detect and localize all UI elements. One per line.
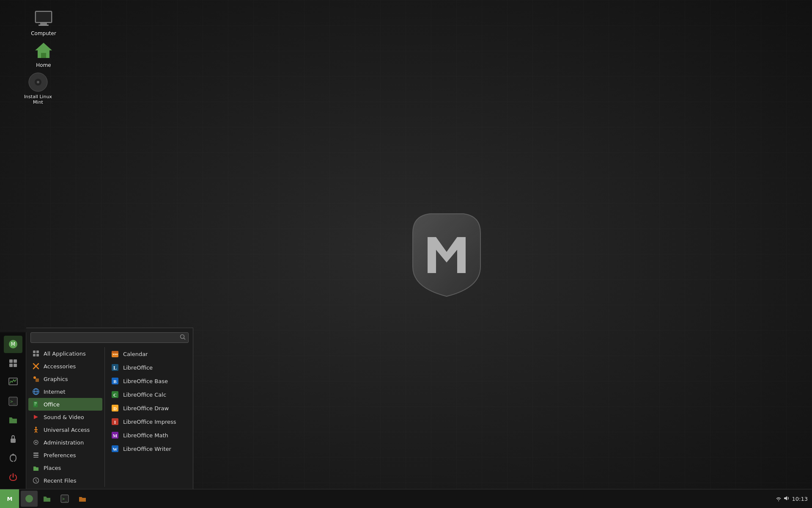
universal-access-icon: [32, 425, 40, 434]
sidebar-icon-power[interactable]: [4, 468, 22, 486]
category-graphics[interactable]: Graphics: [28, 373, 102, 385]
sidebar-icon-files[interactable]: [4, 411, 22, 429]
home-icon-label: Home: [36, 62, 51, 68]
app-libreoffice-calc-label: LibreOffice Calc: [123, 392, 166, 398]
app-libreoffice-writer[interactable]: W LibreOffice Writer: [107, 442, 187, 456]
category-administration[interactable]: Administration: [28, 436, 102, 449]
svg-text:>_: >_: [62, 497, 68, 502]
svg-rect-18: [11, 439, 16, 443]
svg-text:M: M: [113, 433, 118, 438]
taskbar-btn-terminal[interactable]: >_: [56, 491, 73, 507]
app-libreoffice[interactable]: L LibreOffice: [107, 361, 187, 374]
category-places[interactable]: Places: [28, 461, 102, 474]
libreoffice-draw-icon: D: [110, 403, 120, 413]
app-libreoffice-draw-label: LibreOffice Draw: [123, 405, 169, 411]
sidebar-icon-terminal[interactable]: >_: [4, 392, 22, 410]
search-input[interactable]: [33, 334, 180, 341]
libreoffice-impress-icon: I: [110, 417, 120, 426]
category-sound-video[interactable]: Sound & Video: [28, 411, 102, 423]
desktop: Computer Home Install Linux Mint: [0, 0, 812, 508]
svg-rect-5: [41, 53, 46, 58]
svg-point-70: [25, 495, 33, 502]
svg-line-40: [36, 431, 37, 433]
svg-rect-50: [112, 351, 118, 353]
tray-time[interactable]: 10:13: [792, 496, 808, 502]
app-libreoffice-calc[interactable]: C LibreOffice Calc: [107, 388, 187, 401]
category-recent-files[interactable]: Recent Files: [28, 474, 102, 487]
desktop-icon-home[interactable]: Home: [25, 40, 63, 68]
taskbar-start-button[interactable]: M: [0, 489, 19, 508]
taskbar-btn-files2[interactable]: [74, 491, 91, 507]
category-all[interactable]: All Applications: [28, 347, 102, 360]
svg-text:B: B: [113, 379, 117, 384]
computer-icon-label: Computer: [31, 30, 56, 36]
libreoffice-calc-icon: C: [110, 390, 120, 399]
app-libreoffice-math[interactable]: M LibreOffice Math: [107, 428, 187, 442]
svg-rect-2: [40, 23, 47, 25]
category-accessories-label: Accessories: [44, 363, 76, 370]
taskbar-tray: 10:13: [771, 495, 812, 503]
category-accessories[interactable]: Accessories: [28, 360, 102, 373]
libreoffice-app-icon: L: [110, 363, 120, 372]
accessories-icon: [32, 362, 40, 370]
tray-sound-icon[interactable]: [784, 495, 790, 502]
all-icon: [32, 349, 40, 358]
svg-line-48: [36, 481, 37, 482]
computer-icon: [33, 8, 54, 29]
svg-line-21: [184, 338, 186, 340]
svg-text:>_: >_: [10, 399, 16, 404]
app-libreoffice-label: LibreOffice: [123, 364, 153, 371]
svg-rect-34: [34, 405, 36, 405]
places-icon: [32, 464, 40, 472]
app-libreoffice-base-label: LibreOffice Base: [123, 378, 168, 384]
svg-rect-15: [9, 378, 17, 385]
category-sound-video-label: Sound & Video: [44, 414, 84, 420]
category-all-label: All Applications: [44, 351, 86, 357]
svg-point-26: [33, 376, 36, 379]
app-calendar[interactable]: Calendar: [107, 347, 187, 361]
svg-rect-43: [33, 453, 38, 454]
svg-point-20: [181, 335, 184, 339]
svg-marker-35: [34, 415, 38, 419]
sidebar-icon-system-monitor[interactable]: [4, 374, 22, 391]
search-bar[interactable]: [30, 332, 189, 343]
svg-text:C: C: [113, 392, 117, 398]
svg-text:M: M: [7, 496, 12, 502]
sidebar-icon-mintmenu[interactable]: M: [4, 336, 22, 353]
app-libreoffice-impress[interactable]: I LibreOffice Impress: [107, 415, 187, 428]
svg-rect-3: [38, 25, 49, 26]
category-preferences-label: Preferences: [44, 452, 76, 458]
tray-network-icon[interactable]: [775, 495, 782, 503]
preferences-icon: [32, 451, 40, 459]
category-office[interactable]: Office: [28, 398, 102, 411]
taskbar: M >_: [0, 489, 812, 508]
taskbar-btn-mintmenu[interactable]: [21, 491, 38, 507]
sidebar-icon-lock[interactable]: [4, 431, 22, 448]
sidebar-icon-applets[interactable]: [4, 355, 22, 372]
app-libreoffice-draw[interactable]: D LibreOffice Draw: [107, 401, 187, 415]
app-libreoffice-base[interactable]: B LibreOffice Base: [107, 374, 187, 388]
menu-categories: All Applications Accessories: [26, 347, 104, 487]
start-sidebar: M >_: [0, 332, 26, 489]
svg-rect-32: [34, 402, 37, 403]
tray-icons: [775, 495, 790, 503]
calendar-app-icon: [110, 349, 120, 359]
svg-rect-27: [36, 378, 39, 382]
svg-rect-45: [33, 457, 38, 458]
taskbar-items: >_: [19, 491, 771, 507]
svg-rect-51: [113, 354, 114, 355]
desktop-icon-computer[interactable]: Computer: [25, 8, 63, 36]
svg-rect-13: [9, 364, 13, 367]
desktop-icon-install[interactable]: Install Linux Mint: [19, 72, 57, 105]
category-internet[interactable]: Internet: [28, 385, 102, 398]
category-administration-label: Administration: [44, 439, 84, 446]
category-universal-access[interactable]: Universal Access: [28, 423, 102, 436]
taskbar-btn-files[interactable]: [38, 491, 55, 507]
libreoffice-writer-icon: W: [110, 444, 120, 453]
svg-text:D: D: [113, 406, 117, 411]
svg-rect-53: [116, 354, 118, 355]
search-icon: [180, 334, 186, 341]
sidebar-icon-update[interactable]: [4, 450, 22, 467]
category-preferences[interactable]: Preferences: [28, 449, 102, 461]
app-calendar-label: Calendar: [123, 351, 148, 357]
